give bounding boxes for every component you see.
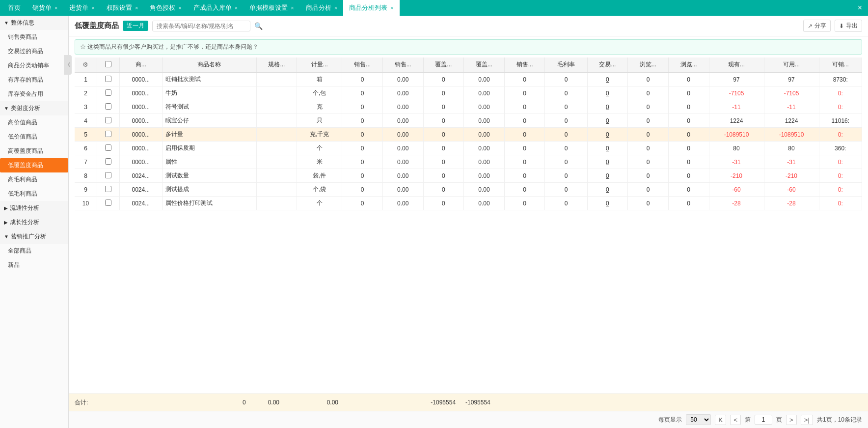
search-button[interactable]: 🔍 <box>254 22 263 30</box>
sidebar-section-flow[interactable]: ▶ 流通性分析 <box>0 201 68 215</box>
row-checkbox[interactable] <box>97 155 119 169</box>
last-page-button[interactable]: >| <box>801 415 813 425</box>
sidebar-item-low-coverage[interactable]: 低覆盖度商品 <box>0 158 68 172</box>
sidebar-item-inventory-occupy[interactable]: 库存资金占用 <box>0 87 68 101</box>
export-button[interactable]: ⬇ 导出 <box>835 20 862 32</box>
window-close-button[interactable]: × <box>854 3 866 12</box>
page-size-select[interactable]: 50 20 100 200 <box>686 414 711 425</box>
row-trade-cnt[interactable]: 0 <box>587 183 628 197</box>
row-checkbox[interactable] <box>97 169 119 183</box>
col-name[interactable]: 商品名称 <box>163 57 257 72</box>
table-wrapper[interactable]: ⚙ 商... 商品名称 规格... 计量... 销售... 销售... 覆盖..… <box>75 57 862 394</box>
period-button[interactable]: 近一月 <box>123 21 148 31</box>
row-checkbox-input[interactable] <box>105 117 111 123</box>
row-checkbox-input[interactable] <box>105 158 111 165</box>
sidebar-item-new-products[interactable]: 新品 <box>0 258 68 272</box>
row-trade-cnt[interactable]: 0 <box>587 169 628 183</box>
share-button[interactable]: ↗ 分享 <box>803 20 831 32</box>
row-checkbox[interactable] <box>97 142 119 155</box>
sidebar-item-all-products[interactable]: 全部商品 <box>0 244 68 258</box>
sidebar-item-low-value[interactable]: 低价值商品 <box>0 130 68 144</box>
row-checkbox[interactable] <box>97 128 119 142</box>
col-browse-cnt[interactable]: 浏览... <box>628 57 669 72</box>
row-checkbox[interactable] <box>97 100 119 114</box>
tab-product-entry[interactable]: 产成品入库单 × <box>188 0 244 16</box>
close-tab-purchase[interactable]: × <box>91 5 94 11</box>
col-sales-qty[interactable]: 销售... <box>342 57 383 72</box>
row-checkbox-input[interactable] <box>105 200 111 206</box>
row-checkbox-input[interactable] <box>105 131 111 137</box>
row-checkbox-input[interactable] <box>105 76 111 82</box>
row-checkbox-input[interactable] <box>105 103 111 110</box>
tab-analysis-list[interactable]: 商品分析列表 × <box>343 0 399 16</box>
select-all-checkbox[interactable] <box>105 61 111 67</box>
row-checkbox[interactable] <box>97 197 119 210</box>
tab-purchase[interactable]: 进货单 × <box>63 0 100 16</box>
tab-sales[interactable]: 销货单 × <box>27 0 63 16</box>
col-code[interactable]: 商... <box>119 57 162 72</box>
close-tab-role[interactable]: × <box>178 5 181 11</box>
row-trade-cnt[interactable]: 0 <box>587 100 628 114</box>
prev-page-button[interactable]: < <box>730 415 741 425</box>
sidebar-item-sales-category[interactable]: 销售类商品 <box>0 30 68 44</box>
col-browse-cnt2[interactable]: 浏览... <box>668 57 709 72</box>
row-checkbox-input[interactable] <box>105 144 111 151</box>
col-unit[interactable]: 计量... <box>297 57 342 72</box>
row-trade-cnt[interactable]: 0 <box>587 114 628 128</box>
close-tab-product-entry[interactable]: × <box>235 5 238 11</box>
next-page-button[interactable]: > <box>786 415 797 425</box>
col-sellable-stock[interactable]: 可销... <box>819 57 862 72</box>
col-current-stock[interactable]: 现有... <box>709 57 764 72</box>
tab-analysis[interactable]: 商品分析 × <box>300 0 343 16</box>
col-gross-rate[interactable]: 毛利率 <box>545 57 587 72</box>
col-sales-amt[interactable]: 销售... <box>382 57 423 72</box>
sidebar-item-sales-rate[interactable]: 商品分类动销率 <box>0 58 68 73</box>
close-tab-sales[interactable]: × <box>54 5 57 11</box>
row-checkbox[interactable] <box>97 114 119 128</box>
col-coverage-rate[interactable]: 覆盖... <box>464 57 505 72</box>
search-input[interactable] <box>152 21 250 31</box>
row-trade-cnt[interactable]: 0 <box>587 142 628 155</box>
close-tab-permission[interactable]: × <box>135 5 138 11</box>
sidebar-item-traded[interactable]: 交易过的商品 <box>0 44 68 58</box>
col-sales-days[interactable]: 销售... <box>504 57 545 72</box>
col-checkbox[interactable] <box>97 57 119 72</box>
close-tab-analysis[interactable]: × <box>334 5 337 11</box>
row-trade-cnt[interactable]: 0 <box>587 155 628 169</box>
tab-permission[interactable]: 权限设置 × <box>101 0 144 16</box>
col-spec[interactable]: 规格... <box>256 57 297 72</box>
row-trade-cnt[interactable]: 0 <box>587 86 628 100</box>
first-page-button[interactable]: K <box>715 415 726 425</box>
close-tab-analysis-list[interactable]: × <box>390 5 393 11</box>
sidebar-section-marketing[interactable]: ▼ 营销推广分析 <box>0 229 68 244</box>
sidebar-section-overall[interactable]: ▼ 整体信息 <box>0 16 68 30</box>
col-settings[interactable]: ⚙ <box>75 57 97 72</box>
row-trade-cnt[interactable]: 0 <box>587 128 628 142</box>
row-checkbox-input[interactable] <box>105 89 111 96</box>
tab-role[interactable]: 角色授权 × <box>144 0 187 16</box>
table-row: 30000...符号测试克00.0000.0000000-11-110: <box>75 100 862 114</box>
sidebar-item-low-profit[interactable]: 低毛利商品 <box>0 187 68 201</box>
row-trade-cnt[interactable]: 0 <box>587 197 628 210</box>
row-trade-cnt[interactable]: 0 <box>587 72 628 86</box>
sidebar-section-value[interactable]: ▼ 类射度分析 <box>0 101 68 115</box>
page-number-input[interactable] <box>755 415 772 425</box>
col-trade-cnt[interactable]: 交易... <box>587 57 628 72</box>
sidebar-item-high-value[interactable]: 高价值商品 <box>0 115 68 130</box>
row-checkbox-input[interactable] <box>105 172 111 178</box>
sidebar-item-inventory[interactable]: 有库存的商品 <box>0 73 68 87</box>
col-available-stock[interactable]: 可用... <box>764 57 819 72</box>
tab-template[interactable]: 单据模板设置 × <box>244 0 299 16</box>
tab-home[interactable]: 首页 <box>2 0 27 16</box>
sidebar-item-high-coverage[interactable]: 高覆盖度商品 <box>0 144 68 158</box>
row-checkbox[interactable] <box>97 183 119 197</box>
settings-icon[interactable]: ⚙ <box>82 61 88 68</box>
sidebar-section-growth[interactable]: ▶ 成长性分析 <box>0 215 68 229</box>
sidebar-item-high-profit[interactable]: 高毛利商品 <box>0 172 68 187</box>
col-coverage-cnt[interactable]: 覆盖... <box>423 57 464 72</box>
row-checkbox-input[interactable] <box>105 186 111 192</box>
row-checkbox[interactable] <box>97 86 119 100</box>
row-checkbox[interactable] <box>97 72 119 86</box>
sidebar-collapse-button[interactable]: 《 <box>64 55 72 75</box>
close-tab-template[interactable]: × <box>291 5 294 11</box>
